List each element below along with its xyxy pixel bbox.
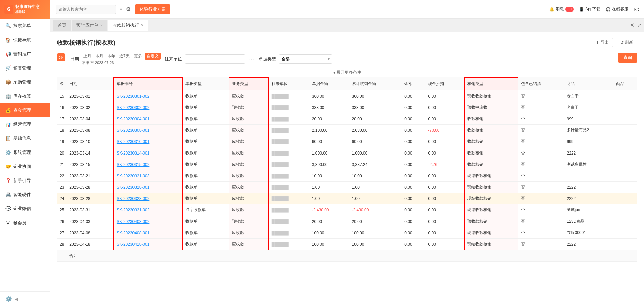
- sidebar: 6 畅康道好生意 标推版 🔍搜索菜单🏠快捷导航📢营销推广🛒销售管理📦采购管理🏢库…: [0, 0, 50, 306]
- date-this-year[interactable]: 本年: [106, 53, 117, 60]
- docno-link[interactable]: SK-20230328-001: [117, 185, 149, 190]
- filter-more: ···: [249, 57, 255, 61]
- sidebar-item-guide[interactable]: ❓新手引导: [0, 174, 50, 188]
- docno-link[interactable]: SK-20230328-002: [117, 196, 149, 201]
- refresh-button[interactable]: ↺ 刷新: [616, 38, 637, 47]
- user-name[interactable]: Rit: [634, 7, 639, 12]
- docno-link[interactable]: SK-20230310-001: [117, 139, 149, 144]
- tab-close-pre-order[interactable]: ×: [100, 23, 103, 28]
- sidebar-item-basic[interactable]: 📋基础信息: [0, 131, 50, 145]
- online-service-button[interactable]: 🎧 在线客服: [606, 6, 628, 12]
- cell-biztype: 预收款: [229, 216, 269, 227]
- docno-link[interactable]: SK-20230321-003: [117, 174, 149, 178]
- sidebar-icon-search: 🔍: [5, 23, 11, 28]
- messages-button[interactable]: 🔔 消息 99+: [549, 6, 574, 12]
- export-icon: ⬆: [596, 40, 599, 45]
- table-row: 17 2023-03-04 SK-20230304-001 收款单 应收款 ██…: [57, 113, 637, 125]
- cell-goods2: [613, 159, 637, 170]
- expand-more-bar: ▾ 展开更多条件: [50, 68, 644, 77]
- cell-seq: 27: [57, 227, 67, 239]
- sidebar-item-member[interactable]: V畅会员: [0, 216, 50, 230]
- docno-link[interactable]: SK-20230331-002: [117, 208, 149, 212]
- sidebar-icon-corp: 🤝: [5, 164, 11, 169]
- tab-close-receipt-exec[interactable]: ×: [141, 23, 143, 28]
- cell-balance: 0.00: [401, 227, 425, 239]
- cell-partner: ██████: [269, 125, 309, 136]
- cell-seq: 23: [57, 182, 67, 193]
- partner-input[interactable]: [185, 54, 245, 64]
- sidebar-label-operation: 经营管理: [13, 121, 31, 127]
- query-button-2[interactable]: 查询: [618, 53, 637, 63]
- docno-link[interactable]: SK-20230301-002: [117, 94, 149, 99]
- cell-docno: SK-20230403-002: [114, 216, 182, 227]
- cell-partner: ██████: [269, 227, 309, 239]
- date-custom-button[interactable]: 自定义: [145, 53, 161, 60]
- th-settled: 包含已结清: [518, 77, 564, 90]
- expand-icon[interactable]: ⤢: [637, 22, 641, 28]
- column-settings-button[interactable]: ⚙: [60, 81, 64, 86]
- tab-home[interactable]: 首页: [53, 20, 71, 31]
- cell-balance: 0.00: [401, 170, 425, 182]
- sidebar-item-sales[interactable]: 🛒销售管理: [0, 61, 50, 75]
- sidebar-item-inventory[interactable]: 🏢库存核算: [0, 89, 50, 103]
- receipt-type-select[interactable]: 全部 收款单 红字收款单: [279, 54, 332, 64]
- chevron-down-icon: ▾: [120, 7, 122, 12]
- main-table: ⚙ 日期 单据编号 单据类型 业务类型 往来单位 单据金额 累计核销金额 余额 …: [57, 77, 637, 262]
- filter-bar: ≫ 日期 上月 本月 本年 近7天 更多 自定义 不限 至 20: [50, 50, 644, 68]
- filter-toggle-button[interactable]: ≫: [57, 53, 65, 61]
- app-download-button[interactable]: 📱 App下载: [579, 6, 600, 12]
- sidebar-item-operation[interactable]: 📊经营管理: [0, 117, 50, 131]
- cell-discount: 0.00: [425, 193, 464, 204]
- sidebar-item-search[interactable]: 🔍搜索菜单: [0, 19, 50, 33]
- industry-solution-button[interactable]: 体验行业方案: [135, 4, 170, 14]
- export-button[interactable]: ⬆ 导出: [592, 38, 613, 47]
- cell-doctype: 收款单: [182, 125, 229, 136]
- collapse-icon[interactable]: ◀: [15, 296, 18, 302]
- gear-icon[interactable]: ⚙: [126, 6, 131, 12]
- sidebar-icon-inventory: 🏢: [5, 94, 11, 99]
- sidebar-icon-marketing: 📢: [5, 51, 11, 57]
- page-actions: ⬆ 导出 ↺ 刷新: [592, 38, 637, 47]
- sidebar-icon-finance: 💰: [5, 108, 11, 113]
- sidebar-item-corp[interactable]: 🤝企业协同: [0, 160, 50, 174]
- sidebar-item-finance[interactable]: 💰资金管理: [0, 103, 50, 117]
- cell-discount: 0.00: [425, 136, 464, 147]
- cell-discount: 0.00: [425, 90, 464, 102]
- sidebar-item-system[interactable]: ⚙️系统管理: [0, 145, 50, 160]
- docno-link[interactable]: SK-20230308-001: [117, 128, 149, 133]
- sidebar-label-member: 畅会员: [13, 220, 26, 226]
- cell-partner: ██████: [269, 182, 309, 193]
- date-7-days[interactable]: 近7天: [118, 53, 131, 60]
- sidebar-item-purchase[interactable]: 📦采购管理: [0, 75, 50, 89]
- date-more[interactable]: 更多: [132, 53, 143, 60]
- cell-date: 2023-03-10: [67, 136, 114, 147]
- docno-link[interactable]: SK-20230403-002: [117, 219, 149, 224]
- docno-link[interactable]: SK-20230302-002: [117, 105, 149, 110]
- sidebar-item-quick-nav[interactable]: 🏠快捷导航: [0, 33, 50, 47]
- docno-link[interactable]: SK-20230408-001: [117, 231, 149, 235]
- close-all-icon[interactable]: ✕: [630, 22, 634, 28]
- th-partner: 往来单位: [269, 77, 309, 90]
- sidebar-item-wechat[interactable]: 💬企业微信: [0, 202, 50, 216]
- cell-docno: SK-20230418-001: [114, 239, 182, 250]
- docno-link[interactable]: SK-20230304-001: [117, 117, 149, 121]
- tab-receipt-exec[interactable]: 收款核销执行×: [108, 20, 148, 31]
- top-header: ▾ ⚙ 体验行业方案 🔔 消息 99+ 📱 App下载 🎧 在线客服 Rit: [50, 0, 644, 19]
- docno-link[interactable]: SK-20230314-001: [117, 151, 149, 156]
- sidebar-item-marketing[interactable]: 📢营销推广: [0, 47, 50, 61]
- main-content: ▾ ⚙ 体验行业方案 🔔 消息 99+ 📱 App下载 🎧 在线客服 Rit 首…: [50, 0, 644, 306]
- date-this-month[interactable]: 本月: [94, 53, 105, 60]
- expand-more-button[interactable]: ▾ 展开更多条件: [333, 70, 361, 75]
- search-input[interactable]: [56, 5, 116, 14]
- docno-link[interactable]: SK-20230315-002: [117, 162, 149, 167]
- cell-goods2: [613, 147, 637, 159]
- settings-icon[interactable]: ⚙️: [5, 296, 12, 302]
- cell-doctype: 红字收款单: [182, 204, 229, 216]
- tab-pre-order[interactable]: 预计应付单×: [72, 20, 107, 31]
- date-last-month[interactable]: 上月: [82, 53, 93, 60]
- th-docno: 单据编号: [114, 77, 182, 90]
- sidebar-item-hardware[interactable]: 🖨️智能硬件: [0, 188, 50, 202]
- cell-goods2: [613, 170, 637, 182]
- sidebar-label-purchase: 采购管理: [13, 79, 31, 85]
- docno-link[interactable]: SK-20230418-001: [117, 242, 149, 247]
